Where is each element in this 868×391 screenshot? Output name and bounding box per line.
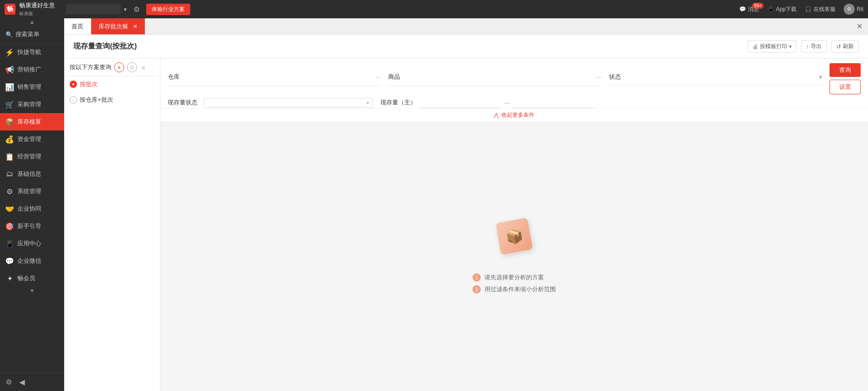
page-title: 现存量查询(按批次) [73, 42, 137, 51]
sidebar-item-marketing[interactable]: 📢 营销推广 [0, 61, 64, 78]
scheme-inactive-dot: ○ [70, 96, 77, 103]
export-button[interactable]: ↑ 导出 [801, 40, 827, 53]
goods-input[interactable] [410, 71, 594, 82]
marketing-icon: 📢 [5, 65, 14, 74]
goods-more-icon[interactable]: ··· [596, 73, 602, 81]
stock-status-field: 现存量状态 ▾ [168, 98, 373, 108]
scheme-collapse-icon[interactable]: « [142, 64, 145, 71]
topbar-right: 💬 消息 99+ 📱 App下载 🎧 在线客服 R Rit [739, 4, 863, 15]
messages-button[interactable]: 💬 消息 99+ [739, 5, 759, 13]
sidebar-label-marketing: 营销推广 [17, 65, 41, 74]
appcenter-icon: 📱 [5, 239, 14, 248]
stock-qty-min-input[interactable] [421, 97, 501, 108]
scheme-setting-button[interactable]: ⊙ [127, 62, 137, 72]
warehouse-input[interactable] [190, 71, 374, 82]
warehouse-field: 仓库 ··· [168, 71, 381, 86]
inventory-icon: 📦 [5, 118, 14, 126]
member-icon: ✦ [5, 274, 14, 282]
sidebar-settings-icon[interactable]: ⚙ [5, 378, 12, 386]
page-header: 现存量查询(按批次) 🖨 按模板打印 ▾ ↑ 导出 ↺ 刷新 [64, 35, 868, 59]
sidebar-scroll-down[interactable]: ▼ [0, 286, 64, 295]
scheme-add-button[interactable]: + [114, 62, 124, 72]
home-tab-label: 首页 [71, 22, 83, 31]
main-layout: ▲ 🔍 搜索菜单 ⚡ 快捷导航 📢 营销推广 📊 销售管理 🛒 采购管理 📦 库… [0, 18, 868, 391]
empty-icon: 📦 [491, 220, 537, 266]
stock-qty-field: 现存量（主） — [380, 97, 586, 108]
goods-field: 商品 ··· [388, 71, 601, 86]
shortcuts-icon: ⚡ [5, 48, 14, 56]
sidebar-item-shortcuts[interactable]: ⚡ 快捷导航 [0, 43, 64, 61]
export-icon: ↑ [806, 43, 809, 50]
export-label: 导出 [811, 43, 822, 50]
sidebar-item-newuser[interactable]: 🎯 新手引导 [0, 217, 64, 235]
status-chevron-icon[interactable]: ▾ [819, 73, 822, 81]
empty-tip-1: 1 请先选择要分析的方案 [472, 273, 556, 282]
sidebar-label-system: 系统管理 [17, 187, 41, 196]
query-button[interactable]: 查询 [830, 63, 861, 77]
nav-search-input[interactable] [66, 4, 121, 14]
filter-panel: 仓库 ··· 商品 ··· [160, 59, 868, 122]
sidebar-item-wechat[interactable]: 💬 企业微信 [0, 252, 64, 270]
sidebar-label-newuser: 新手引导 [17, 222, 41, 230]
sidebar-label-enterprise: 企业协同 [17, 205, 41, 213]
scheme-by-batch-label: 按批次 [80, 80, 98, 88]
refresh-button[interactable]: ↺ 刷新 [831, 40, 859, 53]
tab-panel-close-button[interactable]: ✕ [851, 18, 868, 34]
refresh-icon: ↺ [836, 43, 841, 50]
app-download-label: App下载 [776, 5, 797, 13]
sidebar-item-purchase[interactable]: 🛒 采购管理 [0, 96, 64, 113]
stock-status-label: 现存量状态 [168, 98, 200, 107]
body-area: 按以下方案查询 + ⊙ « [64, 59, 868, 391]
status-label: 状态 [609, 73, 627, 81]
inventory-batch-tab-label: 库存批次账 [99, 22, 128, 31]
collapse-label: 收起更多条件 [501, 111, 534, 119]
sidebar-collapse-icon[interactable]: ◀ [19, 378, 25, 386]
scheme-item-by-batch[interactable]: ● 按批次 [64, 76, 160, 92]
stock-status-select[interactable]: ▾ [203, 98, 373, 108]
brand-name: 畅康通好生意 [19, 1, 55, 10]
tab-home[interactable]: 首页 [64, 18, 91, 34]
print-chevron-icon[interactable]: ▾ [789, 44, 791, 49]
sidebar-label-basics: 基础信息 [17, 170, 41, 178]
sidebar-label-finance: 资金管理 [17, 135, 41, 143]
print-template-button[interactable]: 🖨 按模板打印 ▾ [747, 40, 797, 53]
print-icon: 🖨 [753, 43, 758, 50]
sidebar-item-finance[interactable]: 💰 资金管理 [0, 130, 64, 148]
scheme-item-by-warehouse-batch[interactable]: ○ 按仓库+批次 [64, 92, 160, 108]
empty-tip-2: 2 用过滤条件来缩小分析范围 [472, 285, 556, 293]
sidebar-item-sales[interactable]: 📊 销售管理 [0, 78, 64, 96]
app-download-button[interactable]: 📱 App下载 [767, 5, 797, 13]
scheme-by-warehouse-batch-label: 按仓库+批次 [80, 96, 113, 104]
sidebar-item-member[interactable]: ✦ 畅会员 [0, 270, 64, 287]
trial-button[interactable]: 体验行业方案 [146, 4, 190, 15]
sidebar: ▲ 🔍 搜索菜单 ⚡ 快捷导航 📢 营销推广 📊 销售管理 🛒 采购管理 📦 库… [0, 18, 64, 391]
sidebar-item-enterprise[interactable]: 🤝 企业协同 [0, 200, 64, 217]
sidebar-item-basics[interactable]: 🗂 基础信息 [0, 165, 64, 183]
avatar-text: R [847, 6, 851, 12]
sidebar-search[interactable]: 🔍 搜索菜单 [0, 26, 64, 43]
sidebar-item-appcenter[interactable]: 📱 应用中心 [0, 235, 64, 252]
sidebar-item-inventory[interactable]: 📦 库存核算 [0, 113, 64, 130]
warehouse-more-icon[interactable]: ··· [376, 73, 381, 81]
nav-chevron-icon[interactable]: ▾ [124, 6, 127, 13]
stock-status-chevron-icon: ▾ [367, 100, 369, 105]
tip-text-2: 用过滤条件来缩小分析范围 [484, 285, 556, 293]
tab-close-icon[interactable]: ✕ [133, 23, 137, 30]
sidebar-item-system[interactable]: ⚙ 系统管理 [0, 183, 64, 200]
phone-icon: 📱 [767, 6, 774, 12]
tip-text-1: 请先选择要分析的方案 [484, 273, 544, 282]
sidebar-label-wechat: 企业微信 [17, 257, 41, 265]
tab-inventory-batch[interactable]: 库存批次账 ✕ [91, 18, 145, 34]
setting-circle-icon: ⊙ [130, 64, 134, 71]
sidebar-label-inventory: 库存核算 [17, 118, 41, 126]
user-profile-button[interactable]: R Rit [844, 4, 863, 15]
empty-icon-box: 📦 [495, 217, 533, 255]
sidebar-label-purchase: 采购管理 [17, 100, 41, 109]
results-area: 📦 1 请先选择要分析的方案 2 用过滤条件来缩小分析范围 [160, 122, 868, 391]
sidebar-item-operations[interactable]: 📋 经营管理 [0, 148, 64, 165]
settings-button[interactable]: 设置 [830, 80, 861, 94]
topbar-gear-icon[interactable]: ⚙ [133, 5, 140, 14]
online-support-button[interactable]: 🎧 在线客服 [805, 5, 835, 13]
collapse-more-button[interactable]: ⋀ 收起更多条件 [160, 108, 868, 122]
stock-qty-max-input[interactable] [513, 97, 593, 108]
